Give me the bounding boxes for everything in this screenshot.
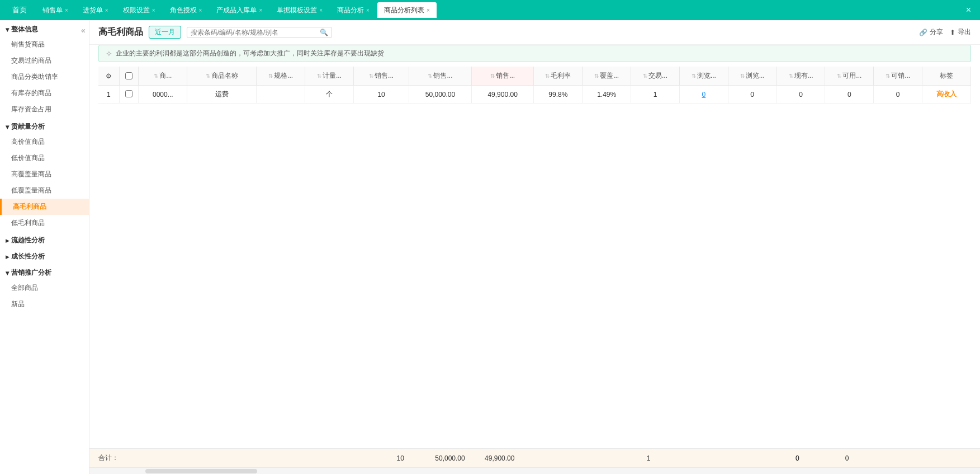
footer-summary: 合计： 10 50,000.00 49,900.00 1 0 0 <box>89 448 980 467</box>
close-all-tabs[interactable]: × <box>962 5 976 15</box>
chevron-down-icon: ▾ <box>6 26 9 34</box>
col-sales-cost[interactable]: ⇅ 销售... <box>471 67 534 86</box>
close-purchase-tab[interactable]: × <box>105 7 108 13</box>
sidebar: « ▾ 整体信息 销售货商品 交易过的商品 商品分类助销率 有库存的商品 库存资… <box>0 20 89 474</box>
close-role-tab[interactable]: × <box>199 7 202 13</box>
sort-icon-sellable: ⇅ <box>886 73 890 79</box>
footer-sales-cost: 49,900.00 <box>475 454 524 462</box>
col-sellable[interactable]: ⇅ 可销... <box>874 67 922 86</box>
col-name[interactable]: ⇅ 商品名称 <box>187 67 257 86</box>
close-analysis-list-tab[interactable]: × <box>427 7 430 13</box>
sidebar-collapse-btn[interactable]: « <box>78 25 89 36</box>
sidebar-item-all-goods[interactable]: 全部商品 <box>0 280 89 296</box>
sort-icon-cost: ⇅ <box>490 73 495 79</box>
sidebar-group-growth[interactable]: ▸ 成长性分析 <box>0 247 89 264</box>
nav-tab-analysis-list[interactable]: 商品分析列表 × <box>377 2 437 18</box>
content-header: 高毛利商品 近一月 🔍 🔗 分享 ⬆ 导出 <box>89 20 980 45</box>
cell-current: 0 <box>777 86 825 104</box>
sidebar-group-overall[interactable]: ▾ 整体信息 <box>0 20 89 36</box>
sidebar-item-new-goods[interactable]: 新品 <box>0 296 89 312</box>
nav-tab-product-in[interactable]: 产成品入库单 × <box>210 2 269 18</box>
chevron-right-icon: ▸ <box>6 237 9 245</box>
col-coverage[interactable]: ⇅ 覆盖... <box>583 67 631 86</box>
sidebar-item-category-rate[interactable]: 商品分类助销率 <box>0 69 89 85</box>
col-browse1[interactable]: ⇅ 浏览... <box>679 67 728 86</box>
export-button[interactable]: ⬆ 导出 <box>950 27 971 37</box>
close-analysis-tab[interactable]: × <box>366 7 370 13</box>
sidebar-item-high-coverage[interactable]: 高覆盖量商品 <box>0 166 89 182</box>
col-current[interactable]: ⇅ 现有... <box>777 67 825 86</box>
col-code[interactable]: ⇅ 商... <box>139 67 187 86</box>
nav-home[interactable]: 首页 <box>4 5 35 15</box>
close-product-in-tab[interactable]: × <box>259 7 262 13</box>
sidebar-item-high-margin[interactable]: 高毛利商品 <box>0 199 89 215</box>
data-table: ⚙ ⇅ 商... ⇅ <box>98 67 971 104</box>
close-template-tab[interactable]: × <box>319 7 323 13</box>
bottom-scrollbar[interactable] <box>89 467 980 474</box>
nav-tab-analysis[interactable]: 商品分析 × <box>330 2 376 18</box>
cell-checkbox[interactable] <box>119 86 139 104</box>
footer-sales-qty: 10 <box>376 454 425 462</box>
nav-tab-purchase[interactable]: 进货单 × <box>76 2 115 18</box>
sort-icon-amt: ⇅ <box>428 73 432 79</box>
cell-available: 0 <box>825 86 874 104</box>
col-trade[interactable]: ⇅ 交易... <box>631 67 680 86</box>
col-sales-qty[interactable]: ⇅ 销售... <box>353 67 409 86</box>
table-header-row: ⚙ ⇅ 商... ⇅ <box>98 67 971 86</box>
sort-icon-qty: ⇅ <box>369 73 373 79</box>
share-button[interactable]: 🔗 分享 <box>919 27 943 37</box>
col-unit[interactable]: ⇅ 计量... <box>305 67 354 86</box>
col-available[interactable]: ⇅ 可用... <box>825 67 874 86</box>
sidebar-item-traded-goods[interactable]: 交易过的商品 <box>0 53 89 69</box>
search-icon[interactable]: 🔍 <box>320 29 328 36</box>
sort-icon-name: ⇅ <box>206 73 210 79</box>
nav-tab-permission[interactable]: 权限设置 × <box>116 2 162 18</box>
sidebar-item-low-coverage[interactable]: 低覆盖量商品 <box>0 182 89 199</box>
sidebar-item-instock-goods[interactable]: 有库存的商品 <box>0 85 89 101</box>
content-area: 高毛利商品 近一月 🔍 🔗 分享 ⬆ 导出 ✧ 企业的主要的利润都是这部分商品创… <box>89 20 980 474</box>
scrollbar-thumb[interactable] <box>145 469 257 473</box>
close-permission-tab[interactable]: × <box>152 7 155 13</box>
sort-icon-available: ⇅ <box>837 73 841 79</box>
filter-recent-month-button[interactable]: 近一月 <box>149 26 181 39</box>
col-sales-amt[interactable]: ⇅ 销售... <box>409 67 472 86</box>
cell-sales-cost: 49,900.00 <box>471 86 534 104</box>
col-browse2[interactable]: ⇅ 浏览... <box>728 67 777 86</box>
sidebar-item-stock-capital[interactable]: 库存资金占用 <box>0 101 89 118</box>
cell-name: 运费 <box>187 86 257 104</box>
sidebar-item-high-value[interactable]: 高价值商品 <box>0 134 89 150</box>
search-input[interactable] <box>191 29 318 36</box>
cell-trade: 1 <box>631 86 680 104</box>
col-spec[interactable]: ⇅ 规格... <box>257 67 305 86</box>
sidebar-group-marketing[interactable]: ▾ 营销推广分析 <box>0 264 89 280</box>
sidebar-item-low-margin[interactable]: 低毛利商品 <box>0 215 89 231</box>
sidebar-item-sales-goods[interactable]: 销售货商品 <box>0 36 89 53</box>
cell-browse1[interactable]: 0 <box>679 86 728 104</box>
cell-unit: 个 <box>305 86 354 104</box>
chevron-down-icon-3: ▾ <box>6 269 9 277</box>
footer-available: 0 <box>822 454 872 462</box>
nav-tab-template[interactable]: 单据模板设置 × <box>270 2 329 18</box>
col-margin[interactable]: ⇅ 毛利率 <box>534 67 583 86</box>
page-title: 高毛利商品 <box>98 26 143 38</box>
select-all-checkbox[interactable] <box>125 72 132 79</box>
cell-tag: 高收入 <box>922 86 971 104</box>
col-tag[interactable]: 标签 <box>922 67 971 86</box>
col-checkbox <box>119 67 139 86</box>
col-settings[interactable]: ⚙ <box>98 67 119 86</box>
share-icon: 🔗 <box>919 29 927 36</box>
nav-tab-role[interactable]: 角色授权 × <box>163 2 209 18</box>
info-icon: ✧ <box>106 49 112 58</box>
close-sales-tab[interactable]: × <box>65 7 68 13</box>
cell-coverage: 1.49% <box>583 86 631 104</box>
footer-label: 合计： <box>98 453 127 463</box>
nav-tab-sales[interactable]: 销售单 × <box>36 2 75 18</box>
export-icon: ⬆ <box>950 29 955 36</box>
footer-current: 0 <box>773 454 822 462</box>
cell-code: 0000... <box>139 86 187 104</box>
sidebar-item-low-value[interactable]: 低价值商品 <box>0 150 89 166</box>
sidebar-group-contribution[interactable]: ▾ 贡献量分析 <box>0 118 89 134</box>
sidebar-group-trend[interactable]: ▸ 流趋性分析 <box>0 231 89 247</box>
row-checkbox[interactable] <box>125 90 132 97</box>
cell-browse2: 0 <box>728 86 777 104</box>
